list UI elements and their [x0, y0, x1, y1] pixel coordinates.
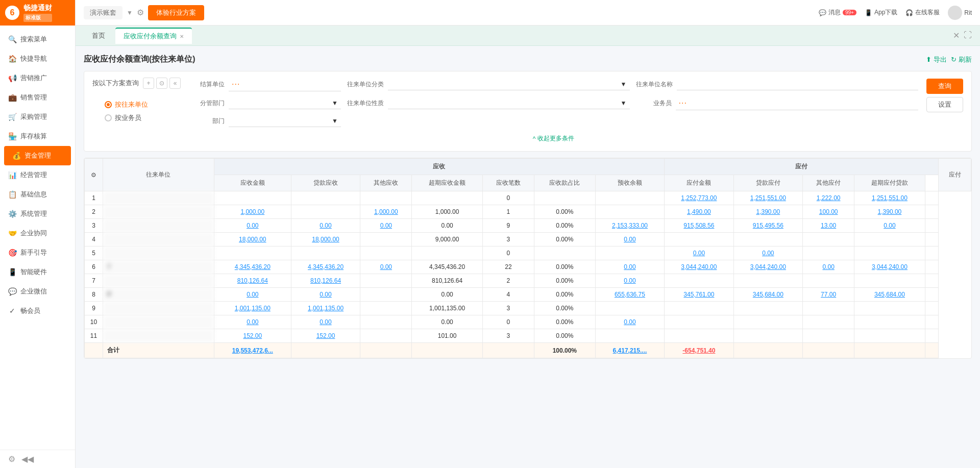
td-cell[interactable]: 4,345,436.20 — [291, 260, 360, 274]
td-cell[interactable]: 1,222.00 — [803, 191, 854, 205]
company-dropdown-icon[interactable]: ▼ — [127, 9, 133, 16]
td-cell[interactable]: 0.00 — [665, 247, 733, 260]
td-cell[interactable]: 0.00 — [214, 219, 291, 233]
total-ar-prepay-cell[interactable]: 6,417,215.... — [595, 343, 664, 358]
settlement-unit-input[interactable]: ··· — [229, 78, 341, 91]
td-cell[interactable]: 0.00 — [291, 219, 360, 233]
filter-edit-btn[interactable]: ⊙ — [156, 78, 167, 89]
td-cell[interactable]: 0.00 — [214, 288, 291, 302]
td-cell[interactable]: 0.00 — [595, 233, 664, 247]
tab-close-icon[interactable]: ✕ — [180, 34, 184, 39]
tab-home[interactable]: 首页 — [84, 28, 113, 43]
td-cell[interactable]: 0.00 — [803, 260, 854, 274]
td-cell[interactable]: 1,252,773.00 — [665, 191, 733, 205]
filter-add-btn[interactable]: + — [143, 78, 154, 89]
td-cell[interactable]: 0.00 — [733, 247, 802, 260]
refresh-btn[interactable]: ↻ 刷新 — [951, 55, 972, 64]
td-cell[interactable]: 18,000.00 — [214, 233, 291, 247]
sidebar-item-basic-info[interactable]: 📋 基础信息 — [0, 185, 75, 204]
td-cell[interactable]: 152.00 — [214, 329, 291, 343]
td-cell[interactable]: 4,345,436.20 — [214, 260, 291, 274]
sidebar-item-enterprise[interactable]: 🤝 企业协同 — [0, 224, 75, 243]
th-settings[interactable]: ⚙ — [85, 159, 103, 191]
sidebar-item-purchase[interactable]: 🛒 采购管理 — [0, 107, 75, 127]
filter-option-by-salesman[interactable]: 按业务员 — [101, 111, 181, 125]
notifications-btn[interactable]: 💬 消息 99+ — [819, 8, 856, 17]
td-cell[interactable]: 77.00 — [803, 288, 854, 302]
export-btn[interactable]: ⬆ 导出 — [926, 55, 947, 64]
td-cell[interactable]: 100.00 — [803, 205, 854, 219]
sidebar-collapse-icon[interactable]: ◀◀ — [21, 454, 34, 464]
sidebar-item-quick-nav[interactable]: 🏠 快捷导航 — [0, 49, 75, 68]
partner-nature-input[interactable]: ▼ — [388, 97, 630, 109]
tab-ar-ap[interactable]: 应收应付余额查询 ✕ — [115, 28, 192, 44]
sidebar-item-member[interactable]: ✓ 畅会员 — [0, 301, 75, 321]
sidebar-item-sales[interactable]: 💼 销售管理 — [0, 88, 75, 107]
sidebar-item-wechat[interactable]: 💬 企业微信 — [0, 282, 75, 301]
sidebar-item-capital[interactable]: 💰 资金管理 — [4, 146, 71, 165]
td-cell[interactable]: 915,508.56 — [665, 219, 733, 233]
td-cell[interactable]: 1,001,135.00 — [214, 302, 291, 315]
table-scroll[interactable]: ⚙ 往来单位 应收 应付 应付 — [84, 158, 971, 358]
salesman-input[interactable]: ··· — [676, 96, 919, 110]
td-cell[interactable]: 1,390.00 — [733, 205, 802, 219]
td-cell[interactable]: 345,684.00 — [733, 288, 802, 302]
dept-input[interactable]: ▼ — [229, 115, 341, 127]
td-cell[interactable]: 0.00 — [360, 219, 412, 233]
header-settings-icon[interactable]: ⚙ — [137, 8, 144, 17]
td-cell[interactable]: 345,684.00 — [854, 288, 925, 302]
td-cell[interactable]: 2,153,333.00 — [595, 219, 664, 233]
sidebar-settings-icon[interactable]: ⚙ — [8, 454, 15, 464]
td-cell[interactable]: 0.00 — [854, 219, 925, 233]
td-cell[interactable]: 1,000.00 — [360, 205, 412, 219]
query-btn[interactable]: 查询 — [926, 79, 963, 94]
td-cell[interactable]: 810,126.64 — [291, 274, 360, 288]
td-cell[interactable]: 0.00 — [291, 288, 360, 302]
sidebar-item-smart-hw[interactable]: 📱 智能硬件 — [0, 262, 75, 282]
company-name[interactable]: 演示账套 — [84, 6, 122, 19]
service-btn[interactable]: 🎧 在线客服 — [905, 8, 940, 17]
user-name-area[interactable]: Rit — [948, 6, 972, 20]
td-cell[interactable]: 915,495.56 — [733, 219, 802, 233]
sidebar-item-operation[interactable]: 📊 经营管理 — [0, 165, 75, 185]
td-cell[interactable]: 0.00 — [595, 315, 664, 329]
td-cell[interactable]: 3,044,240.00 — [665, 260, 733, 274]
sidebar-item-guide[interactable]: 🎯 新手引导 — [0, 243, 75, 262]
tab-close-window-icon[interactable]: ✕ — [953, 31, 960, 40]
filter-collapse-btn[interactable]: « — [169, 78, 181, 89]
td-cell[interactable]: 1,251,551.00 — [854, 191, 925, 205]
filter-collapse-btn[interactable]: ^ 收起更多条件 — [531, 132, 577, 145]
total-ap-amount-cell[interactable]: -654,751.40 — [665, 343, 733, 358]
td-cell[interactable]: 0.00 — [291, 315, 360, 329]
filter-option-by-unit[interactable]: 按往来单位 — [101, 98, 181, 111]
td-cell[interactable]: 0.00 — [360, 260, 412, 274]
td-cell[interactable]: 655,636.75 — [595, 288, 664, 302]
td-cell[interactable]: 13.00 — [803, 219, 854, 233]
td-cell[interactable]: 810,126.64 — [214, 274, 291, 288]
industry-btn[interactable]: 体验行业方案 — [148, 5, 204, 20]
tab-maximize-icon[interactable]: ⛶ — [964, 31, 972, 40]
td-cell[interactable]: 3,044,240.00 — [733, 260, 802, 274]
partner-category-input[interactable]: ▼ — [388, 79, 630, 90]
td-cell[interactable]: 0.00 — [595, 274, 664, 288]
sidebar-item-search[interactable]: 🔍 搜索菜单 — [0, 30, 75, 49]
dept-mgr-input[interactable]: ▼ — [229, 97, 341, 109]
sidebar-item-inventory[interactable]: 🏪 库存核算 — [0, 127, 75, 146]
td-cell[interactable]: 1,490.00 — [665, 205, 733, 219]
partner-name-input[interactable] — [677, 79, 919, 90]
td-cell[interactable]: 0.00 — [595, 260, 664, 274]
sidebar-item-marketing[interactable]: 📢 营销推广 — [0, 68, 75, 88]
td-cell[interactable]: 1,001,135.00 — [291, 302, 360, 315]
total-ar-amount-cell[interactable]: 19,553,472,6... — [214, 343, 291, 358]
td-cell[interactable]: 18,000.00 — [291, 233, 360, 247]
td-cell[interactable]: 3,044,240.00 — [854, 260, 925, 274]
td-cell[interactable]: 152.00 — [291, 329, 360, 343]
td-cell[interactable]: 1,251,551.00 — [733, 191, 802, 205]
td-cell[interactable]: 0.00 — [214, 315, 291, 329]
table-settings-icon[interactable]: ⚙ — [89, 171, 99, 179]
app-download-btn[interactable]: 📱 App下载 — [865, 8, 897, 17]
td-cell[interactable]: 1,000.00 — [214, 205, 291, 219]
set-btn[interactable]: 设置 — [926, 97, 963, 112]
td-cell[interactable]: 345,761.00 — [665, 288, 733, 302]
td-cell[interactable]: 1,390.00 — [854, 205, 925, 219]
